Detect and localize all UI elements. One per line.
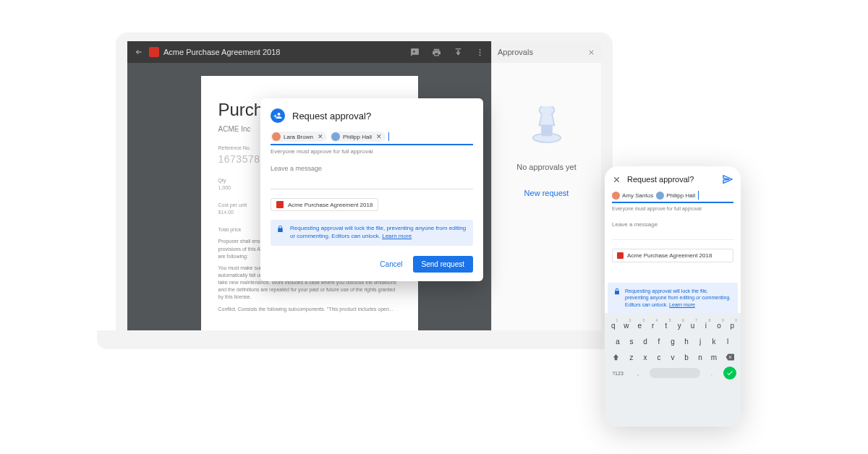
period-key[interactable]: . [703,371,720,376]
key-w[interactable]: w2 [621,319,631,332]
more-icon[interactable] [474,46,485,58]
lock-icon [613,288,621,308]
document-title: Acme Purchase Agreement 2018 [163,48,409,56]
approver-name: Lara Brown [284,134,313,140]
key-h[interactable]: h [681,335,692,348]
key-a[interactable]: a [612,335,624,348]
avatar [272,132,281,141]
comma-key[interactable]: , [629,371,647,376]
approvals-header-label: Approvals [498,48,533,56]
message-input[interactable]: Leave a message [271,165,473,189]
key-p[interactable]: p0 [727,319,738,332]
back-arrow-icon[interactable] [133,46,145,58]
approver-name: Philipp Hall [343,134,372,140]
remove-chip-icon[interactable]: ✕ [376,133,382,140]
key-n[interactable]: n [694,351,706,364]
phone-attached-file-chip[interactable]: Acme Purchase Agreement 2018 [612,249,733,262]
person-add-icon [271,108,285,123]
phone-attached-file-name: Acme Purchase Agreement 2018 [627,252,712,259]
pdf-icon [276,201,284,208]
svg-point-2 [479,54,480,56]
space-key[interactable] [650,368,700,378]
backspace-key[interactable] [722,351,738,364]
key-x[interactable]: x [639,351,651,364]
key-i[interactable]: i8 [700,319,711,332]
cancel-button[interactable]: Cancel [377,256,405,273]
laptop-base [97,330,632,349]
viewer-topbar: Acme Purchase Agreement 2018 [127,41,491,63]
key-c[interactable]: c [653,351,665,364]
remove-chip-icon[interactable]: ✕ [318,133,323,140]
approver-chip[interactable]: Philipp Hall [656,192,695,200]
avatar [612,192,620,200]
learn-more-link[interactable]: Learn more [669,302,695,307]
approvers-input[interactable]: Lara Brown ✕ Philipp Hall ✕ [271,132,473,145]
text-caret [388,132,389,141]
attached-file-chip[interactable]: Acme Purchase Agreement 2018 [271,198,378,211]
soft-keyboard[interactable]: q1w2e3r4t5y6u7i8o9p0 asdfghjkl zxcvbnm ?… [605,313,741,427]
phone-lock-info-banner: Requesting approval will lock the file, … [608,283,738,313]
learn-more-link[interactable]: Learn more [382,233,412,239]
key-y[interactable]: y6 [674,319,685,332]
approver-name: Amy Santos [622,192,653,199]
key-q[interactable]: q1 [608,319,618,332]
key-u[interactable]: u7 [687,319,698,332]
lock-info-banner: Requesting approval will lock the file, … [271,220,473,246]
symbols-key[interactable]: ?123 [609,371,626,376]
approver-chip[interactable]: Lara Brown ✕ [271,132,327,142]
download-icon[interactable] [452,46,464,58]
add-comment-icon[interactable] [409,46,420,58]
phone-dialog-title: Request approval? [627,175,716,184]
svg-point-0 [479,48,480,50]
approvers-hint: Everyone must approve for full approval [271,148,473,155]
svg-rect-4 [542,125,552,135]
dialog-actions: Cancel Send request [271,256,473,273]
phone-device: Request approval? Amy Santos Philipp Hal… [605,166,741,427]
key-d[interactable]: d [639,335,651,348]
key-e[interactable]: e3 [634,319,645,332]
key-f[interactable]: f [653,335,665,348]
enter-key[interactable] [723,367,736,380]
key-j[interactable]: j [694,335,706,348]
approver-chip[interactable]: Amy Santos [612,192,653,200]
phone-message-input[interactable]: Leave a message [612,221,733,240]
doc-para: Conflict. Consists the following subcomp… [218,306,401,313]
key-m[interactable]: m [708,351,720,364]
topbar-actions [409,46,485,58]
key-l[interactable]: l [722,335,733,348]
attached-file-name: Acme Purchase Agreement 2018 [288,202,373,208]
approver-name: Philipp Hall [666,192,695,199]
phone-lock-info-text: Requesting approval will lock the file, … [625,288,732,308]
key-s[interactable]: s [626,335,637,348]
key-z[interactable]: z [626,351,637,364]
avatar [331,132,340,141]
key-t[interactable]: t5 [660,319,671,332]
approvals-sidebar: No approvals yet New request [491,63,601,330]
key-o[interactable]: o9 [713,319,724,332]
svg-point-1 [479,51,480,53]
key-g[interactable]: g [667,335,678,348]
phone-dialog-header: Request approval? [605,166,741,191]
text-caret [698,191,699,200]
phone-approvers-input[interactable]: Amy Santos Philipp Hall [612,191,733,203]
key-k[interactable]: k [708,335,720,348]
key-b[interactable]: b [681,351,692,364]
request-approval-dialog: Request approval? Lara Brown ✕ Philipp H… [260,98,483,281]
close-icon[interactable] [587,48,595,56]
pdf-icon [149,47,159,57]
approvals-header: Approvals [491,41,601,63]
send-request-button[interactable]: Send request [413,256,474,273]
close-icon[interactable] [612,175,621,184]
send-icon[interactable] [722,174,733,185]
approver-chip[interactable]: Philipp Hall ✕ [330,132,386,142]
new-request-link[interactable]: New request [524,189,569,197]
lock-info-text: Requesting approval will lock the file, … [290,225,467,241]
print-icon[interactable] [430,46,442,58]
key-v[interactable]: v [667,351,678,364]
key-r[interactable]: r4 [647,319,658,332]
lock-icon [276,225,284,241]
stamp-icon [527,106,567,147]
shift-key[interactable] [608,351,624,364]
avatar [656,192,664,200]
approvals-empty-text: No approvals yet [516,163,576,171]
